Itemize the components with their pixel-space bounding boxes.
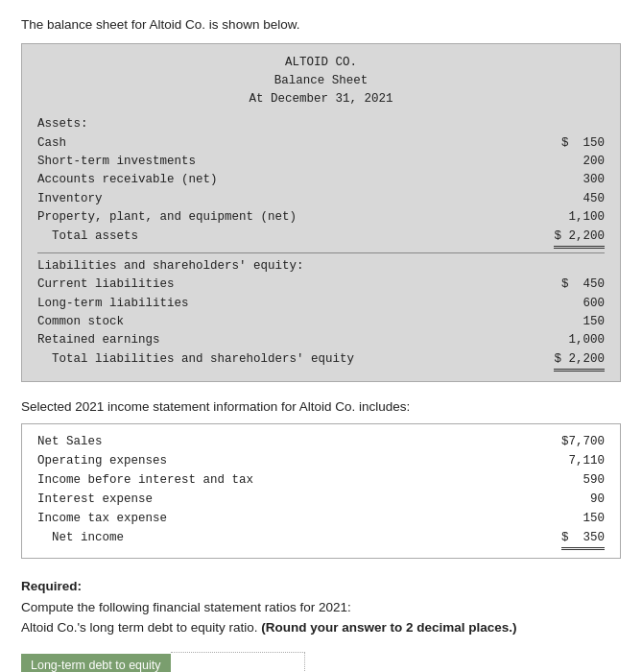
bs-row-ppe: Property, plant, and equipment (net) 1,1… <box>37 208 605 227</box>
intro-text: The balance sheet for Altoid Co. is show… <box>21 17 621 32</box>
required-line2-bold: (Round your answer to 2 decimal places.) <box>261 620 516 635</box>
bs-row-current-liab: Current liabilities $ 450 <box>37 276 605 294</box>
bs-row-longterm-liab: Long-term liabilities 600 <box>37 295 605 313</box>
required-section: Required: Compute the following financia… <box>21 576 621 638</box>
bs-assets-label: Assets: <box>37 115 528 133</box>
required-line2-normal: Altoid Co.'s long term debt to equity ra… <box>21 620 261 635</box>
is-row-net-sales: Net Sales $7,700 <box>37 432 605 451</box>
bs-date: At December 31, 2021 <box>37 90 605 108</box>
bs-row-total-liab-equity: Total liabilities and shareholders' equi… <box>37 350 605 372</box>
bs-row-cash: Cash $ 150 <box>37 134 605 153</box>
selected-info-text: Selected 2021 income statement informati… <box>21 399 621 414</box>
bs-section-divider <box>37 252 605 253</box>
bs-liabilities-label-row: Liabilities and shareholders' equity: <box>37 257 605 276</box>
bs-row-retained-earnings: Retained earnings 1,000 <box>37 331 605 349</box>
is-row-tax-exp: Income tax expense 150 <box>37 509 605 528</box>
balance-sheet: ALTOID CO. Balance Sheet At December 31,… <box>21 43 621 382</box>
income-statement: Net Sales $7,700 Operating expenses 7,11… <box>21 423 621 559</box>
answer-row: Long-term debt to equity <box>21 652 621 672</box>
is-row-operating-exp: Operating expenses 7,110 <box>37 451 605 470</box>
answer-label: Long-term debt to equity <box>21 654 171 672</box>
answer-input[interactable] <box>171 652 305 672</box>
bs-row-total-assets: Total assets $ 2,200 <box>37 228 605 249</box>
bs-row-short-term: Short-term investments 200 <box>37 153 605 171</box>
bs-row-common-stock: Common stock 150 <box>37 313 605 331</box>
bs-assets-label-row: Assets: <box>37 115 605 133</box>
bs-row-inventory: Inventory 450 <box>37 190 605 208</box>
bs-body: Assets: Cash $ 150 Short-term investment… <box>37 115 605 372</box>
bs-liabilities-label: Liabilities and shareholders' equity: <box>37 257 528 276</box>
bs-header: ALTOID CO. Balance Sheet At December 31,… <box>37 54 605 108</box>
bs-title: Balance Sheet <box>37 72 605 90</box>
required-line1: Compute the following financial statemen… <box>21 600 351 614</box>
bs-row-ar: Accounts receivable (net) 300 <box>37 171 605 189</box>
is-row-income-before: Income before interest and tax 590 <box>37 470 605 490</box>
is-row-interest-exp: Interest expense 90 <box>37 490 605 509</box>
required-label: Required: <box>21 579 82 593</box>
bs-company: ALTOID CO. <box>37 54 605 72</box>
is-row-net-income: Net income $ 350 <box>37 528 605 550</box>
